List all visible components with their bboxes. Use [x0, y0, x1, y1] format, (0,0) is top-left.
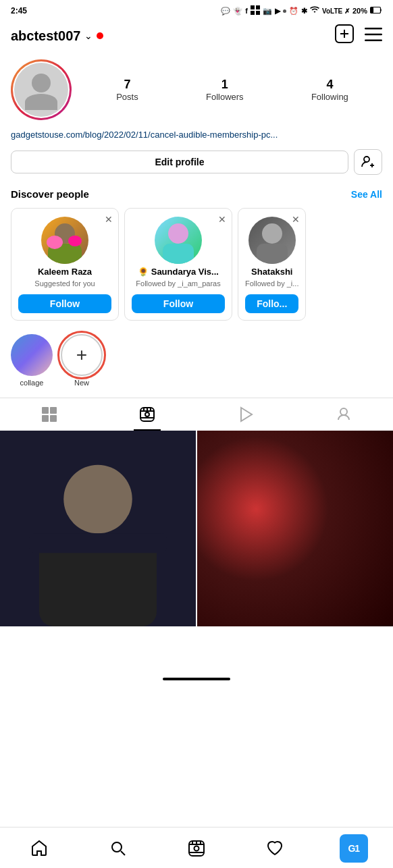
- stats-container: 7 Posts 1 Followers 4 Following: [82, 78, 382, 102]
- header: abctest007 ⌄: [0, 19, 393, 54]
- dot-indicator: [283, 9, 286, 13]
- svg-point-28: [145, 412, 149, 416]
- following-stat[interactable]: 4 Following: [311, 78, 348, 102]
- instagram-icon: 📷: [263, 7, 272, 16]
- post-thumb-2: [197, 431, 393, 626]
- profile-section: 7 Posts 1 Followers 4 Following: [0, 54, 393, 128]
- close-card-3-button[interactable]: ✕: [292, 214, 300, 225]
- stories-row: collage + New: [0, 329, 393, 392]
- avatar: [14, 63, 68, 117]
- alarm-icon: ⏰: [289, 7, 298, 16]
- bluetooth-icon: ✱: [301, 7, 307, 16]
- svg-point-18: [68, 236, 82, 246]
- discover-cards: ✕ Kaleem Raza Suggested for you Follow ✕…: [0, 205, 393, 329]
- posts-grid: [0, 431, 393, 626]
- svg-rect-1: [256, 5, 260, 9]
- svg-rect-9: [365, 28, 382, 30]
- new-story-label: New: [74, 379, 89, 387]
- person-card-3: ✕ Shatakshi Followed by _i... Follo...: [238, 208, 306, 321]
- avatar-placeholder: [21, 70, 61, 110]
- home-indicator: [163, 678, 230, 680]
- svg-rect-11: [365, 40, 382, 42]
- person-avatar-3: [248, 217, 296, 264]
- svg-rect-10: [365, 34, 382, 36]
- svg-rect-3: [256, 11, 260, 15]
- time-display: 2:45: [11, 6, 27, 16]
- menu-button[interactable]: [365, 26, 382, 45]
- grid-icon: [251, 5, 260, 16]
- person-avatar-1: [41, 217, 88, 264]
- person-sub-3: Followed by _i...: [245, 279, 298, 288]
- add-person-button[interactable]: [354, 149, 382, 175]
- status-bar: 2:45 💬 👻 f 📷 ▶ ⏰ ✱ VoLTE ✗ 20%: [0, 0, 393, 19]
- nav-likes-button[interactable]: [236, 840, 314, 857]
- svg-point-17: [47, 236, 63, 249]
- svg-rect-24: [50, 407, 57, 414]
- collage-avatar: [11, 334, 53, 376]
- snapchat-icon: 👻: [233, 7, 242, 16]
- status-time: 2:45: [11, 6, 27, 16]
- svg-rect-5: [371, 8, 373, 13]
- tab-grid[interactable]: [0, 398, 99, 431]
- person-card-2: ✕ 🌻 Saundarya Vis... Followed by _i_am_p…: [124, 208, 232, 321]
- buttons-row: Edit profile: [0, 146, 393, 183]
- follow-button-2[interactable]: Follow: [132, 294, 225, 313]
- svg-rect-38: [30, 533, 167, 553]
- add-post-button[interactable]: [335, 24, 354, 47]
- story-collage[interactable]: collage: [11, 334, 53, 387]
- svg-rect-2: [251, 11, 255, 15]
- avatar-ring: [11, 59, 72, 120]
- svg-point-12: [364, 157, 369, 162]
- posts-stat[interactable]: 7 Posts: [116, 78, 138, 102]
- tabs-row: [0, 398, 393, 431]
- discover-header: Discover people See All: [0, 183, 393, 205]
- bottom-nav: G1: [0, 827, 393, 868]
- nav-reels-button[interactable]: [157, 840, 236, 857]
- youtube-icon: ▶: [275, 7, 280, 16]
- bio-link[interactable]: gadgetstouse.com/blog/2022/02/11/cancel-…: [0, 128, 393, 146]
- post-cell-1[interactable]: [0, 431, 196, 626]
- svg-rect-0: [251, 5, 255, 9]
- tab-reels[interactable]: [99, 398, 197, 431]
- person-card-1: ✕ Kaleem Raza Suggested for you Follow: [11, 208, 119, 321]
- see-all-button[interactable]: See All: [351, 189, 382, 200]
- collage-label: collage: [20, 379, 44, 387]
- username[interactable]: abctest007: [11, 28, 80, 44]
- follow-button-3[interactable]: Follo...: [245, 294, 298, 313]
- post-thumb-1: [0, 431, 196, 626]
- followers-count: 1: [221, 78, 228, 92]
- edit-profile-button[interactable]: Edit profile: [11, 151, 348, 173]
- discover-title: Discover people: [11, 188, 89, 200]
- story-new[interactable]: + New: [61, 334, 103, 387]
- gadgets-logo: G1: [340, 834, 368, 863]
- tab-tagged[interactable]: [295, 398, 394, 431]
- post-cell-2[interactable]: [197, 431, 393, 626]
- person-sub-2: Followed by _i_am_paras: [136, 279, 220, 288]
- nav-logo-button[interactable]: G1: [315, 834, 393, 863]
- followers-label: Followers: [206, 92, 244, 102]
- svg-point-42: [194, 846, 199, 851]
- person-name-3: Shatakshi: [251, 267, 292, 277]
- follow-button-1[interactable]: Follow: [18, 294, 111, 313]
- person-avatar-2: [155, 217, 202, 264]
- nav-search-button[interactable]: [78, 840, 157, 857]
- person-name-2: 🌻 Saundarya Vis...: [138, 267, 219, 277]
- battery-icon: [370, 6, 382, 16]
- nav-home-button[interactable]: [0, 840, 78, 857]
- followers-stat[interactable]: 1 Followers: [206, 78, 244, 102]
- signal-icon: VoLTE ✗: [322, 7, 350, 15]
- close-card-1-button[interactable]: ✕: [105, 214, 113, 225]
- dropdown-chevron-icon[interactable]: ⌄: [84, 30, 93, 41]
- svg-point-36: [63, 465, 132, 534]
- close-card-2-button[interactable]: ✕: [218, 214, 226, 225]
- tab-play[interactable]: [196, 398, 295, 431]
- svg-rect-23: [42, 407, 49, 414]
- wifi-icon: [310, 6, 319, 16]
- following-count: 4: [326, 78, 333, 92]
- svg-line-40: [121, 851, 125, 855]
- message-icon: 💬: [221, 7, 230, 16]
- avatar-container[interactable]: [11, 59, 72, 120]
- new-story-button[interactable]: +: [61, 334, 103, 376]
- person-name-1: Kaleem Raza: [38, 267, 92, 277]
- following-label: Following: [311, 92, 348, 102]
